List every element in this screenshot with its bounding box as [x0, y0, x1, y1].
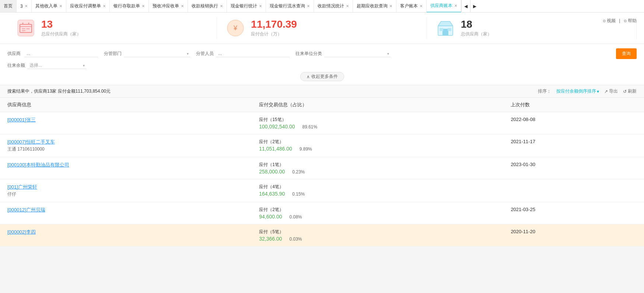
- transaction-label: 应付（2笔）: [259, 207, 511, 213]
- nav-tab-advance-receive-label: 预收冲应收单: [153, 3, 179, 9]
- nav-tab-ap-adjustment[interactable]: 应收应付调整单 ✕: [66, 0, 110, 13]
- nav-tab-home[interactable]: 首页: [0, 0, 17, 13]
- total-suppliers-num: 13: [41, 19, 81, 30]
- close-icon[interactable]: ✕: [389, 4, 392, 8]
- nav-arrow-left[interactable]: ◀: [461, 0, 470, 13]
- summary-info-amount: 11,170.39 应付合计（万）: [251, 19, 297, 37]
- supplier-link[interactable]: [000100]本特勤油品有限公司: [7, 162, 259, 168]
- supplier-input[interactable]: [24, 50, 98, 57]
- store-icon: [434, 17, 456, 39]
- dept-select[interactable]: [124, 50, 190, 57]
- last-payment: 2022-08-08: [511, 117, 637, 122]
- close-icon[interactable]: ✕: [25, 4, 28, 8]
- col-header-supplier: 供应商信息: [7, 101, 259, 108]
- nav-tab-other-income[interactable]: 其他收入单 ✕: [32, 0, 66, 13]
- result-summary-text: 搜索结果中，供应商13家 应付金额111,703,854.00元: [7, 88, 111, 94]
- query-button[interactable]: 查询: [616, 48, 637, 59]
- close-icon[interactable]: ✕: [307, 4, 310, 8]
- nav-tab-cash-bank-stat[interactable]: 现金银行统计 ✕: [227, 0, 266, 13]
- export-button[interactable]: ↗ 导出: [604, 88, 618, 94]
- help-link[interactable]: ⊙ 帮助: [624, 18, 637, 23]
- nav-tab-other-income-label: 其他收入单: [35, 3, 57, 9]
- transaction-amount: 100,092,540.00: [259, 124, 295, 130]
- video-link[interactable]: ⊙ 视频: [603, 18, 617, 23]
- nav-tab-bank-deposit[interactable]: 银行存取款单 ✕: [110, 0, 149, 13]
- transaction-info: 应付（2笔） 94,600.00 0.08%: [259, 207, 511, 220]
- supplier-link[interactable]: [000002]李四: [7, 229, 259, 235]
- transaction-label: 应付（15笔）: [259, 117, 511, 123]
- nav-tab-collect-stat[interactable]: 收款情况统计 ✕: [314, 0, 353, 13]
- last-payment: 2020-11-20: [511, 229, 637, 234]
- table-row[interactable]: [000100]本特勤油品有限公司 应付（1笔） 258,000.00 0.23…: [0, 157, 644, 179]
- table-row[interactable]: [000012]广州贝瑞 应付（2笔） 94,600.00 0.08% 2021…: [0, 202, 644, 224]
- svg-text:¥: ¥: [233, 24, 238, 32]
- nav-arrow-right[interactable]: ▶: [470, 0, 479, 13]
- amount-icon: ¥: [224, 17, 246, 39]
- nav-tab-overdue-query[interactable]: 超期应收款查询 ✕: [353, 0, 396, 13]
- supplier-link[interactable]: [000012]广州贝瑞: [7, 207, 259, 213]
- close-icon[interactable]: ✕: [181, 4, 184, 8]
- person-input[interactable]: [216, 50, 290, 57]
- supplier-link[interactable]: [001]广州荣轩: [7, 184, 259, 190]
- balance-select[interactable]: 选择...: [27, 62, 86, 69]
- nav-tab-overdue-query-label: 超期应收款查询: [357, 3, 388, 9]
- supplier-info: [000100]本特勤油品有限公司: [7, 162, 259, 168]
- nav-tab-3[interactable]: 3 ✕: [17, 0, 32, 13]
- transaction-amount: 94,600.00: [259, 214, 282, 220]
- nav-tab-advance-receive[interactable]: 预收冲应收单 ✕: [149, 0, 188, 13]
- nav-tab-cash-bank-flow[interactable]: 现金银行流水查询 ✕: [266, 0, 314, 13]
- last-payment: 2021-11-17: [511, 139, 637, 144]
- close-icon[interactable]: ✕: [220, 4, 223, 8]
- table-row[interactable]: [000007]恒旺二手叉车 王通 17106110000 应付（2笔） 11,…: [0, 134, 644, 157]
- table-row[interactable]: [000001]张三 应付（15笔） 100,092,540.00 89.61%…: [0, 112, 644, 134]
- table-header: 供应商信息 应付交易信息（占比） 上次付数: [0, 98, 644, 112]
- close-icon[interactable]: ✕: [346, 4, 349, 8]
- svg-rect-5: [442, 29, 448, 35]
- supplier-link[interactable]: [000007]恒旺二手叉车: [7, 139, 259, 145]
- close-icon[interactable]: ✕: [142, 4, 145, 8]
- summary-info-suppliers: 13 总应付供应商（家）: [41, 19, 81, 37]
- close-icon[interactable]: ✕: [454, 4, 457, 8]
- transaction-label: 应付（4笔）: [259, 184, 511, 190]
- col-header-transaction: 应付交易信息（占比）: [259, 101, 511, 108]
- transaction-info: 应付（4笔） 164,635.90 0.15%: [259, 184, 511, 197]
- filter-area: 供应商 分管部门 ▾ 分管人员 往来单位分类 ▾: [0, 44, 644, 85]
- total-amount-num: 11,170.39: [251, 19, 297, 30]
- transaction-row: 258,000.00 0.23%: [259, 168, 511, 175]
- table-row[interactable]: [000002]李四 应付（5笔） 32,366.00 0.03% 2020-1…: [0, 224, 644, 247]
- svg-rect-7: [448, 28, 451, 31]
- transaction-amount: 32,366.00: [259, 236, 282, 242]
- transaction-pct: 0.23%: [292, 169, 305, 175]
- close-icon[interactable]: ✕: [259, 4, 262, 8]
- nav-tab-customer-account[interactable]: 客户账本 ✕: [396, 0, 427, 13]
- filter-balance: 往来余额 选择... ▾: [7, 62, 86, 69]
- transaction-info: 应付（1笔） 258,000.00 0.23%: [259, 162, 511, 175]
- table-row[interactable]: [001]广州荣轩 仔仔 应付（4笔） 164,635.90 0.15%: [0, 179, 644, 202]
- date-text: 2021-11-17: [511, 139, 535, 144]
- total-suppliers-label: 总应付供应商（家）: [41, 31, 81, 37]
- summary-card-amount: ¥ 11,170.39 应付合计（万）: [217, 17, 427, 39]
- close-icon[interactable]: ✕: [59, 4, 62, 8]
- transaction-row: 32,366.00 0.03%: [259, 235, 511, 242]
- nav-tab-cash-bank-stat-label: 现金银行统计: [231, 3, 257, 9]
- close-icon[interactable]: ✕: [103, 4, 106, 8]
- close-icon[interactable]: ✕: [420, 4, 423, 8]
- nav-tab-supplier-account[interactable]: 供应商账本 ✕: [427, 0, 461, 13]
- category-select[interactable]: [324, 50, 391, 57]
- chevron-down-icon: ▾: [597, 89, 599, 94]
- transaction-info: 应付（2笔） 11,051,486.00 9.89%: [259, 139, 511, 152]
- nav-tab-ap-adjustment-label: 应收应付调整单: [70, 3, 101, 9]
- sort-button[interactable]: 按应付余额倒序排序 ▾: [556, 88, 599, 94]
- nav-tab-customer-account-label: 客户账本: [400, 3, 418, 9]
- dept-filter-label: 分管部门: [104, 51, 122, 57]
- balance-filter-label: 往来余额: [7, 62, 25, 69]
- nav-tab-cash-bank-flow-label: 现金银行流水查询: [270, 3, 305, 9]
- supplier-link[interactable]: [000001]张三: [7, 117, 259, 123]
- collapse-button[interactable]: ∧ 收起更多条件: [300, 72, 344, 81]
- refresh-button[interactable]: ↺ 刷新: [623, 88, 637, 94]
- nav-tab-bank-deposit-label: 银行存取款单: [113, 3, 140, 9]
- nav-tab-collect-verify[interactable]: 收款核销执行 ✕: [188, 0, 227, 13]
- filter-row-2: 往来余额 选择... ▾: [7, 62, 637, 69]
- date-text: 2021-03-25: [511, 207, 535, 212]
- filter-dept: 分管部门 ▾: [104, 50, 190, 57]
